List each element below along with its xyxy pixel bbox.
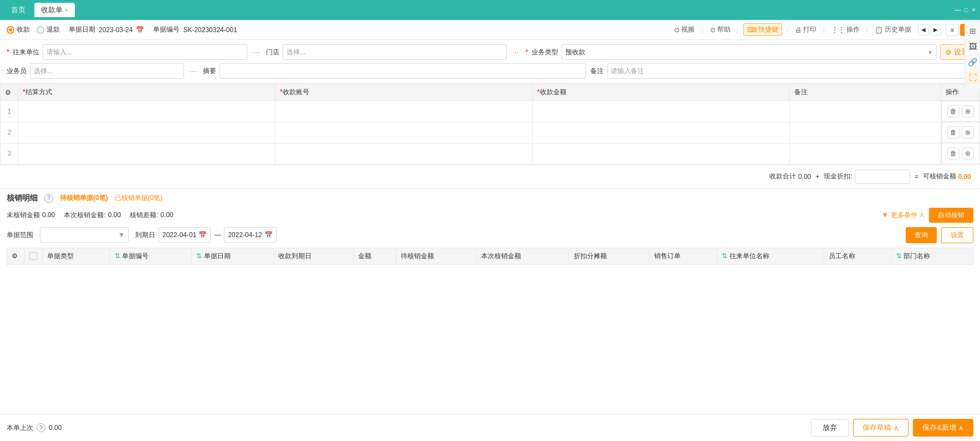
- doc-no-field: 单据编号 SK-20230324-001: [153, 25, 237, 34]
- col-receipt-account: *收款账号: [275, 84, 532, 101]
- unverified-amount: 未核销金额 0.00: [7, 211, 55, 220]
- col-doc-no: ⇅ 单据编号: [110, 248, 192, 264]
- minimize-btn[interactable]: —: [955, 6, 961, 14]
- calendar-from-icon: 📅: [198, 231, 207, 239]
- cell-note-2[interactable]: [789, 122, 941, 143]
- close-btn[interactable]: ×: [972, 6, 976, 14]
- sidebar-image-icon[interactable]: 🖼: [966, 40, 979, 53]
- table-gear-th[interactable]: ⚙: [1, 84, 18, 101]
- verify-info-icon[interactable]: ?: [44, 194, 53, 203]
- save-new-btn[interactable]: 保存&新增 ∧: [913, 419, 973, 437]
- col-staff-name: 员工名称: [824, 248, 891, 264]
- sidebar-link-icon[interactable]: 🔗: [966, 55, 979, 69]
- shortcut-btn[interactable]: ⌨ 快捷键: [743, 23, 782, 36]
- summary-row: 收款合计 0.00 + 现金折扣: = 可核销金额 0.00: [0, 165, 980, 189]
- query-btn[interactable]: 查询: [906, 227, 937, 243]
- close-tab-icon[interactable]: ×: [65, 7, 68, 13]
- counterparty-input[interactable]: 请输入...: [43, 44, 248, 60]
- top-nav: 首页 收款单 × — □ ×: [0, 0, 980, 20]
- operate-btn[interactable]: ⋮⋮ 操作: [829, 24, 862, 35]
- list-view-btn[interactable]: ≡: [946, 24, 959, 36]
- cell-account-1[interactable]: [275, 101, 532, 122]
- verify-header: 核销明细 ? 待核销单据(0笔) 已核销单据(0笔): [7, 193, 973, 203]
- calendar-icon[interactable]: 📅: [136, 26, 144, 34]
- save-draft-btn[interactable]: 保存草稿 ∧: [853, 419, 908, 437]
- form-section: * 往来单位 请输入... ··· 门店 选择... ··· * 业: [0, 40, 980, 84]
- col-sales-order: 销售订单: [650, 248, 717, 264]
- maximize-btn[interactable]: □: [964, 6, 968, 14]
- toolbar-right: ⊙ 视频 | ⊙ 帮助 | ⌨ 快捷键 | 🖨 打印 | ⋮⋮ 操作 | 📋 历…: [672, 23, 973, 36]
- store-more-btn[interactable]: ···: [510, 48, 521, 57]
- cell-amount-3[interactable]: [532, 143, 789, 164]
- doc-date-field: 单据日期 2023-03-24 📅: [69, 25, 144, 34]
- pending-tab[interactable]: 待核销单据(0笔): [60, 193, 108, 203]
- col-counterparty-name: ⇅ 往来单位名称: [717, 248, 824, 264]
- cell-note-1[interactable]: [789, 101, 941, 122]
- table-row: 2 🗑 ⊕: [1, 122, 980, 143]
- cash-discount: 现金折扣:: [824, 170, 910, 184]
- row-num-2: 2: [1, 122, 18, 143]
- cell-account-3[interactable]: [275, 143, 532, 164]
- verify-settings-btn[interactable]: 设置: [941, 227, 973, 243]
- next-arrow[interactable]: ▶: [930, 24, 941, 35]
- refund-radio[interactable]: 退款: [37, 25, 60, 34]
- help-btn[interactable]: ⊙ 帮助: [708, 24, 733, 35]
- delete-row-3-btn[interactable]: 🗑: [947, 147, 959, 160]
- bottom-bar-buttons: 放弃 保存草稿 ∧ 保存&新增 ∧: [811, 419, 973, 437]
- home-tab[interactable]: 首页: [4, 3, 32, 17]
- receipt-radio-circle: [7, 26, 14, 34]
- receipt-radio[interactable]: 收款: [7, 25, 30, 34]
- cell-account-2[interactable]: [275, 122, 532, 143]
- store-select[interactable]: 选择...: [283, 44, 507, 60]
- date-from-input[interactable]: 2022-04-01 📅: [159, 227, 211, 243]
- cell-amount-1[interactable]: [532, 101, 789, 122]
- auto-verify-btn[interactable]: 自动核销: [929, 208, 973, 223]
- copy-row-1-btn[interactable]: ⊕: [962, 105, 974, 117]
- col-doc-type: 单据类型: [43, 248, 110, 264]
- delete-row-1-btn[interactable]: 🗑: [947, 105, 959, 117]
- note-input[interactable]: 请输入备注: [607, 63, 973, 79]
- receipt-total: 收款合计 0.00: [769, 172, 811, 181]
- delete-row-2-btn[interactable]: 🗑: [947, 126, 959, 139]
- col-this-verify: 本次核销金额: [477, 248, 569, 264]
- col-pending-verify: 待核销金额: [396, 248, 477, 264]
- cell-amount-2[interactable]: [532, 122, 789, 143]
- bottom-gear-th[interactable]: ⚙: [7, 248, 25, 264]
- staff-more-btn[interactable]: ···: [187, 66, 198, 75]
- range-arrow: ▼: [118, 231, 125, 239]
- date-to-input[interactable]: 2022-04-12 📅: [224, 227, 276, 243]
- history-btn[interactable]: 📋 历史单据: [872, 24, 913, 35]
- available-amount: 可核销金额 0.00: [923, 172, 971, 181]
- counterparty-field: * 往来单位 请输入... ···: [7, 44, 262, 60]
- summary-input[interactable]: [220, 63, 586, 79]
- select-all-checkbox[interactable]: [29, 252, 37, 260]
- completed-tab[interactable]: 已核销单据(0笔): [115, 193, 163, 203]
- receipt-tab[interactable]: 收款单 ×: [34, 3, 75, 17]
- cash-discount-input[interactable]: [855, 170, 910, 184]
- video-btn[interactable]: ⊙ 视频: [672, 24, 697, 35]
- col-due-date: 收款到期日: [273, 248, 354, 264]
- cell-note-3[interactable]: [789, 143, 941, 164]
- cell-settle-3[interactable]: [18, 143, 275, 164]
- abandon-btn[interactable]: 放弃: [811, 419, 849, 437]
- main-content: 收款 退款 单据日期 2023-03-24 📅 单据编号 SK-20230324…: [0, 20, 980, 441]
- copy-row-2-btn[interactable]: ⊕: [962, 126, 974, 139]
- col-bill-amount: 金额: [354, 248, 396, 264]
- doc-range-select[interactable]: ▼: [40, 227, 129, 243]
- last-order-info-icon[interactable]: ?: [37, 423, 45, 432]
- print-btn[interactable]: 🖨 打印: [793, 24, 819, 35]
- cell-actions-1: 🗑 ⊕: [941, 101, 980, 122]
- sidebar-table-icon[interactable]: ⊞: [966, 24, 979, 38]
- biz-type-select[interactable]: 预收款 ▼: [562, 44, 937, 60]
- col-dept-name: ⇅ 部门名称: [891, 248, 973, 264]
- counterparty-more-btn[interactable]: ···: [251, 48, 262, 57]
- more-conditions-btn[interactable]: ▼ 更多条件 ∧: [882, 211, 925, 220]
- verification-section: 核销明细 ? 待核销单据(0笔) 已核销单据(0笔) 未核销金额 0.00 本次…: [0, 189, 980, 414]
- staff-select[interactable]: 选择...: [30, 63, 184, 79]
- sidebar-expand-icon[interactable]: ⛶: [966, 71, 979, 84]
- cell-settle-2[interactable]: [18, 122, 275, 143]
- cell-settle-1[interactable]: [18, 101, 275, 122]
- copy-row-3-btn[interactable]: ⊕: [962, 147, 974, 160]
- prev-arrow[interactable]: ◀: [918, 24, 929, 35]
- row-num-3: 3: [1, 143, 18, 164]
